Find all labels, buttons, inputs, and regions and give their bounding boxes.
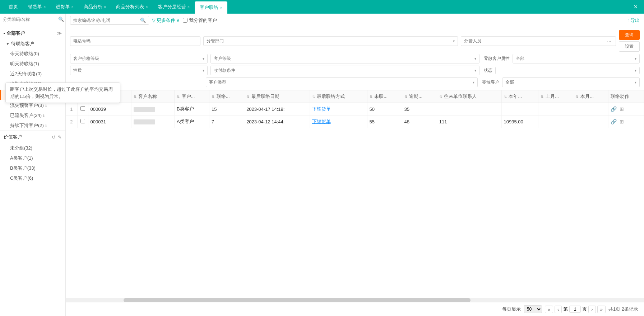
nav-product-analysis-list[interactable]: 商品分析列表 × <box>111 0 153 14</box>
query-button[interactable]: 查询 <box>619 30 640 40</box>
table-th-last-date[interactable]: ⇅ 最后联络日期 <box>244 90 310 103</box>
table-th-contact[interactable]: ⇅ 联络... <box>209 90 244 103</box>
table-th-category[interactable]: ⇅ 客户... <box>175 90 209 103</box>
settings-button[interactable]: 设置 <box>619 41 640 52</box>
table-th-this-month[interactable]: ⇅ 本月... <box>573 90 608 103</box>
row1-last-method[interactable]: 下销货单 <box>310 103 367 115</box>
search-input[interactable] <box>73 18 140 23</box>
row1-action-icons: 🔗 ⊞ <box>611 106 641 112</box>
nav-customer-segmentation[interactable]: 客户分层经营 × <box>153 0 195 14</box>
nav-home[interactable]: 首页 <box>4 0 23 14</box>
table-th-not-contacted[interactable]: ⇅ 未联... <box>367 90 402 103</box>
row1-menu-icon[interactable]: ⊞ <box>620 106 624 112</box>
customer-type-arrow: ▾ <box>473 80 474 84</box>
gender-filter[interactable]: 性质 ▾ <box>70 66 208 75</box>
window-close-button[interactable]: × <box>631 3 640 11</box>
row1-checkbox-cell[interactable] <box>77 103 88 115</box>
collapse-btn[interactable]: ≫ <box>57 31 62 36</box>
table-th-last-month[interactable]: ⇅ 上月... <box>538 90 573 103</box>
row1-last-method-link[interactable]: 下销货单 <box>312 106 331 112</box>
first-page-button[interactable]: « <box>545 306 553 313</box>
nav-customer-contact-close[interactable]: × <box>220 1 222 14</box>
nav-customer-segmentation-label: 客户分层经营 <box>158 0 186 14</box>
nav-sales-close[interactable]: × <box>43 0 46 14</box>
retail-customer-select[interactable]: 全部 ▾ <box>502 77 640 87</box>
sidebar-search-icon[interactable]: 🔍 <box>58 16 64 22</box>
pending-group-label: 待联络客户 <box>11 41 34 47</box>
row2-menu-icon[interactable]: ⊞ <box>620 119 624 124</box>
ungrouped-label: 未分组(32) <box>10 145 32 151</box>
churn-warning-info-icon[interactable]: ℹ <box>45 103 47 108</box>
page-input[interactable] <box>569 306 581 313</box>
prev-page-button[interactable]: ‹ <box>555 306 562 313</box>
pending-group-header[interactable]: ▼ 待联络客户 <box>0 39 65 49</box>
sidebar-search-input[interactable] <box>3 17 57 22</box>
sidebar-item-class-b[interactable]: B类客户(33) <box>0 163 65 173</box>
filter-row-2: 客户价格等级 ▾ 客户等级 ▾ 零散客户属性 全部 ▾ <box>70 54 640 63</box>
payment-terms-label: 收付款条件 <box>214 67 474 74</box>
nav-purchase[interactable]: 进货单 × <box>51 0 78 14</box>
row2-checkbox[interactable] <box>80 119 85 123</box>
nav-product-analysis[interactable]: 商品分析 × <box>79 0 111 14</box>
filter-row-1: 电话号码 分管部门 ▾ 分管人员 ··· 查询 设置 <box>70 30 640 52</box>
sidebar-item-class-a[interactable]: A类客户(1) <box>0 153 65 163</box>
row2-last-method[interactable]: 下销货单 <box>310 115 367 128</box>
payment-terms-filter[interactable]: 收付款条件 ▾ <box>210 66 479 75</box>
row1-checkbox[interactable] <box>80 106 85 111</box>
table-th-last-method[interactable]: ⇅ 最后联络方式 <box>310 90 367 103</box>
nav-product-analysis-list-close[interactable]: × <box>145 0 148 14</box>
nav-customer-segmentation-close[interactable]: × <box>187 0 190 14</box>
branch-person-more[interactable]: ··· <box>606 38 613 44</box>
export-button[interactable]: ↑ 导出 <box>627 17 640 24</box>
sidebar-item-ungrouped[interactable]: 未分组(32) <box>0 143 65 153</box>
per-page-select[interactable]: 50 100 <box>524 305 542 313</box>
next-page-button[interactable]: › <box>588 306 596 313</box>
row2-link-icon[interactable]: 🔗 <box>611 119 617 124</box>
status-select[interactable]: ▾ <box>495 67 640 74</box>
value-group-edit-icon[interactable]: ✎ <box>58 135 62 140</box>
sidebar-item-class-c[interactable]: C类客户(6) <box>0 173 65 183</box>
customer-price-level-filter[interactable]: 客户价格等级 ▾ <box>70 54 208 63</box>
search-icon[interactable]: 🔍 <box>140 18 146 23</box>
value-group-refresh-icon[interactable]: ↺ <box>52 135 56 140</box>
row1-last-date: 2023-04-17 14:19: <box>244 103 310 115</box>
table-th-name[interactable]: ⇅ 客户名称 <box>131 90 174 103</box>
retail-attr-select[interactable]: 全部 ▾ <box>513 54 640 63</box>
more-conditions-button[interactable]: ▽ 更多条件 ∧ <box>152 17 180 24</box>
table-th-this-year[interactable]: ⇅ 本年... <box>501 90 538 103</box>
horizontal-scrollbar[interactable] <box>66 298 644 302</box>
sidebar-all-customers[interactable]: ▪ 全部客户 ≫ <box>0 28 65 39</box>
row1-this-year <box>501 103 538 115</box>
nav-sales[interactable]: 销货单 × <box>23 0 51 14</box>
row1-link-icon[interactable]: 🔗 <box>611 106 617 112</box>
table-th-unit-contact[interactable]: ⇅ 往来单位联系人 <box>437 90 501 103</box>
table-th-overdue[interactable]: ⇅ 逾期... <box>402 90 437 103</box>
sidebar-item-7days[interactable]: 近7天待联络(0) <box>0 69 65 79</box>
row1-category: B类客户 <box>175 103 209 115</box>
chevron-up-icon: ∧ <box>176 18 180 23</box>
table-area[interactable]: ⚙ ⇅ 客户编码 ⇅ 客户名称 <box>66 90 644 298</box>
nav-product-analysis-close[interactable]: × <box>104 0 106 14</box>
export-icon: ↑ <box>627 18 630 23</box>
search-input-wrap[interactable]: 🔍 <box>70 16 149 25</box>
customer-level-filter[interactable]: 客户等级 ▾ <box>210 54 479 63</box>
branch-dept-label: 分管部门 <box>207 38 453 44</box>
sidebar-item-tomorrow[interactable]: 明天待联络(1) <box>0 59 65 69</box>
customer-type-filter[interactable]: 客户类型 ▾ <box>206 77 478 87</box>
sidebar-item-churned[interactable]: 已流失客户(24) ℹ <box>0 110 65 121</box>
sidebar-item-declining[interactable]: 持续下滑客户(2) ℹ <box>0 121 65 131</box>
total-info: 共1页 2条记录 <box>608 306 638 312</box>
my-customers-checkbox[interactable] <box>183 18 187 23</box>
nav-purchase-close[interactable]: × <box>71 0 73 14</box>
sidebar-item-today[interactable]: 今天待联络(0) <box>0 49 65 59</box>
branch-dept-filter[interactable]: 分管部门 ▾ <box>203 36 458 46</box>
nav-customer-contact[interactable]: 客户联络 × <box>195 1 227 14</box>
row2-last-method-link[interactable]: 下销货单 <box>312 119 331 124</box>
declining-info-icon[interactable]: ℹ <box>45 123 47 128</box>
row2-checkbox-cell[interactable] <box>77 115 88 128</box>
branch-person-filter[interactable]: 分管人员 ··· <box>461 36 616 46</box>
last-page-button[interactable]: » <box>597 306 606 313</box>
churned-info-icon[interactable]: ℹ <box>43 113 45 118</box>
class-c-label: C类客户(6) <box>10 175 33 181</box>
phone-filter[interactable]: 电话号码 <box>70 36 200 46</box>
